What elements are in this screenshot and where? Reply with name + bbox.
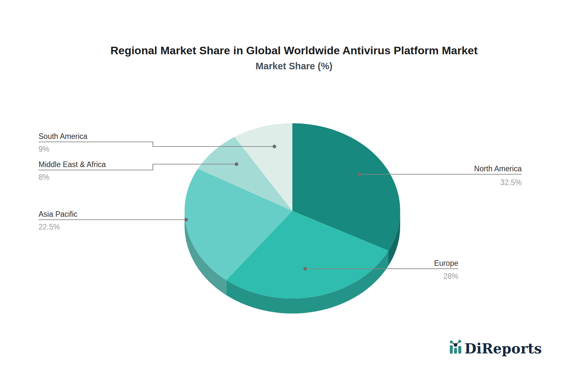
value-middle-east-africa: 8% [39, 173, 49, 181]
leader-dot-europe [303, 267, 307, 271]
leader-dot-asia-pacific [185, 218, 188, 222]
leader-dot-middle-east-africa [235, 162, 238, 166]
label-europe: Europe [434, 259, 458, 267]
leader-dot-north-america [358, 173, 361, 176]
chart-title: Regional Market Share in Global Worldwid… [110, 44, 478, 57]
value-south-america: 9% [39, 145, 49, 153]
bar-chart-trend-icon [450, 340, 461, 354]
label-asia-pacific: Asia Pacific [39, 210, 77, 218]
value-north-america: 32.5% [500, 178, 522, 187]
label-north-america: North America [474, 164, 522, 173]
value-asia-pacific: 22.5% [39, 223, 60, 231]
value-europe: 28% [443, 272, 458, 280]
label-middle-east-africa: Middle East & Africa [39, 160, 106, 169]
chart-page: Regional Market Share in Global Worldwid… [0, 0, 588, 391]
pie-chart [185, 123, 400, 314]
label-south-america: South America [39, 132, 88, 141]
leader-dot-south-america [273, 145, 276, 148]
logo-text: DiReports [465, 341, 542, 357]
chart-svg: Regional Market Share in Global Worldwid… [0, 0, 588, 391]
chart-subtitle: Market Share (%) [255, 61, 332, 71]
logo: DiReports [450, 340, 542, 357]
